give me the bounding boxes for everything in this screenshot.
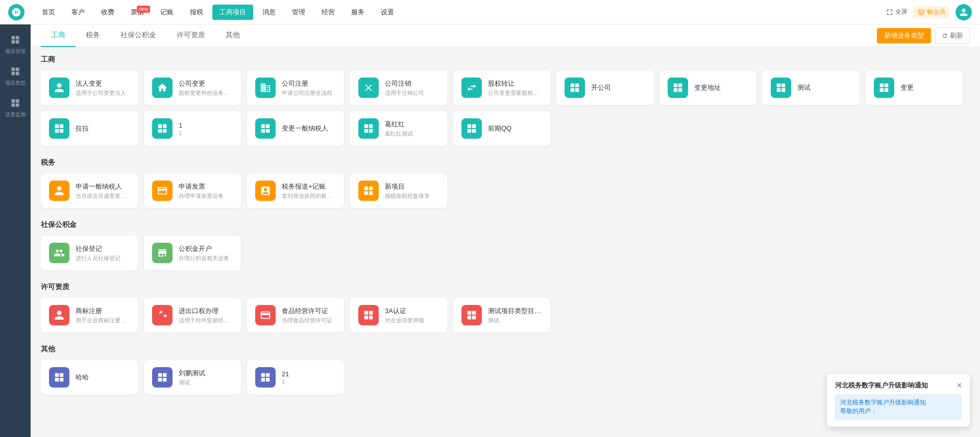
card-title-food-license: 食品经营许可证: [282, 306, 336, 316]
card-front-qq[interactable]: 前期QQ: [453, 111, 550, 146]
card-liupeng-test[interactable]: 刘鹏测试测试: [144, 360, 241, 395]
nav-item-management[interactable]: 管理: [285, 5, 312, 20]
card-tax-report[interactable]: 税务报道+记账拿到营业执照的新公司: [247, 173, 344, 208]
sidebar-item-project-manage[interactable]: 项目管理: [0, 29, 31, 60]
nav-item-customer[interactable]: 客户: [64, 5, 92, 20]
avatar[interactable]: [955, 4, 972, 20]
card-test-type[interactable]: 测试项目类型目定义测试: [453, 298, 550, 332]
card-3a-cert[interactable]: 3A认证对企业信誉评级: [350, 298, 447, 332]
card-apply-invoice[interactable]: 申请发票办理申请发票业务: [144, 173, 241, 208]
card-content-company-change: 公司变更股权变更外的业务变更: [179, 79, 233, 97]
card-content-liupeng-test: 刘鹏测试测试: [179, 369, 233, 387]
card-legal-change[interactable]: 法人变更适用于公司变更法人: [41, 70, 138, 105]
card-test[interactable]: 测试: [763, 70, 860, 105]
card-lala[interactable]: 拉拉: [41, 111, 138, 146]
sub-tab-other[interactable]: 其他: [215, 24, 250, 47]
card-content-import-export: 进出口权办理适用于对外贸易经营者: [179, 306, 233, 324]
notification-popup: 河北税务数字账户升级影响通知 × 河北税务数字账户升级影响通知 尊敬的用户：: [827, 374, 970, 427]
nav-item-fee[interactable]: 收费: [94, 5, 121, 20]
cards-grid-license: 商标注册用于企业商标注册服务进出口权办理适用于对外贸易经营者食品经营许可证办理食…: [41, 298, 970, 332]
card-icon-trademark: [49, 305, 69, 325]
card-social-register[interactable]: 社保登记进行人员社保登记: [41, 236, 138, 270]
card-desc-new-project: 报税加税控盘保管: [385, 192, 439, 200]
card-change[interactable]: 变更: [866, 70, 963, 105]
card-icon-new-project: [358, 181, 379, 201]
card-title-company-register: 公司注册: [282, 79, 336, 88]
card-icon-num21: [255, 367, 276, 388]
card-company-register[interactable]: 公司注册申请公司注册全流程: [247, 70, 344, 105]
nav-item-ticket[interactable]: 票据new: [124, 5, 151, 20]
add-type-button[interactable]: 新增业务类型: [877, 28, 931, 43]
member-button[interactable]: 畅会员: [914, 6, 949, 18]
fullscreen-label: 全屏: [895, 8, 908, 16]
card-haha[interactable]: 哈哈: [41, 360, 138, 395]
refresh-button[interactable]: 刷新: [935, 28, 970, 44]
sub-tab-industry[interactable]: 工商: [41, 24, 76, 47]
nav-item-service[interactable]: 服务: [344, 5, 372, 20]
sub-tab-license[interactable]: 许可资质: [166, 24, 215, 47]
card-company-change[interactable]: 公司变更股权变更外的业务变更: [144, 70, 241, 105]
nav-item-operation[interactable]: 经营: [314, 5, 342, 20]
card-title-legal-change: 法人变更: [76, 79, 130, 88]
card-title-fund-account: 公积金开户: [179, 244, 233, 253]
card-desc-3a-cert: 对企业信誉评级: [385, 317, 439, 324]
card-title-lala: 拉拉: [76, 124, 130, 133]
nav-items: 首页客户收费票据new记账报税工商项目消息管理经营服务设置: [35, 5, 886, 20]
badge-new: new: [137, 6, 150, 13]
card-change-address[interactable]: 变更地址: [659, 70, 756, 105]
card-change-tax[interactable]: 变更一般纳税人: [247, 111, 344, 146]
card-content-food-license: 食品经营许可证办理食品经营许可证: [282, 306, 336, 324]
card-num21[interactable]: 211: [247, 360, 344, 395]
card-import-export[interactable]: 进出口权办理适用于对外贸易经营者: [144, 298, 241, 332]
notif-title: 河北税务数字账户升级影响通知: [835, 381, 928, 390]
card-desc-equity-transfer: 公司变更需要股权转让: [488, 89, 542, 97]
sidebar-item-project-type[interactable]: 项目类型: [0, 60, 31, 92]
nav-item-industry[interactable]: 工商项目: [212, 5, 253, 20]
nav-item-settings[interactable]: 设置: [374, 5, 401, 20]
card-desc-apply-invoice: 办理申请发票业务: [179, 192, 233, 200]
card-content-3a-cert: 3A认证对企业信誉评级: [385, 306, 439, 324]
card-content-apply-invoice: 申请发票办理申请发票业务: [179, 182, 233, 200]
card-title-mohonghong: 葛红红: [385, 120, 439, 129]
sidebar-item-progress-monitor[interactable]: 进度监测: [0, 92, 31, 123]
card-title-test: 测试: [797, 83, 851, 92]
card-desc-liupeng-test: 测试: [179, 379, 233, 387]
card-fund-account[interactable]: 公积金开户办理公积金相关业务: [144, 236, 241, 270]
card-food-license[interactable]: 食品经营许可证办理食品经营许可证: [247, 298, 344, 332]
card-content-trademark: 商标注册用于企业商标注册服务: [76, 306, 130, 324]
card-icon-mohonghong: [358, 118, 379, 139]
card-new-project[interactable]: 新项目报税加税控盘保管: [350, 173, 447, 208]
card-title-social-register: 社保登记: [76, 244, 130, 253]
card-apply-tax[interactable]: 申请一般纳税人当月或次月成变更完成: [41, 173, 138, 208]
nav-item-message[interactable]: 消息: [255, 5, 283, 20]
sub-tab-tax[interactable]: 税务: [76, 24, 110, 47]
sidebar: 项目管理项目类型进度监测: [0, 24, 31, 437]
card-mohonghong[interactable]: 葛红红葛红红测试: [350, 111, 447, 146]
card-icon-lala: [49, 118, 69, 139]
logo[interactable]: [8, 4, 24, 20]
card-icon-num1: [152, 118, 173, 139]
card-open-company[interactable]: 开公司: [556, 70, 653, 105]
notif-close-button[interactable]: ×: [957, 381, 962, 390]
sidebar-item-label-progress-monitor: 进度监测: [5, 111, 26, 118]
card-content-apply-tax: 申请一般纳税人当月或次月成变更完成: [76, 182, 130, 200]
nav-item-home[interactable]: 首页: [35, 5, 62, 20]
card-title-tax-report: 税务报道+记账: [282, 182, 336, 191]
card-content-mohonghong: 葛红红葛红红测试: [385, 120, 439, 138]
card-equity-transfer[interactable]: 股权转让公司变更需要股权转让: [453, 70, 550, 105]
nav-item-bookkeeping[interactable]: 记账: [153, 5, 181, 20]
notif-title-line: 河北税务数字账户升级影响通知: [840, 398, 957, 407]
sub-tab-social[interactable]: 社保公积金: [110, 24, 166, 47]
card-desc-social-register: 进行人员社保登记: [76, 254, 130, 262]
card-title-front-qq: 前期QQ: [488, 124, 542, 133]
fullscreen-button[interactable]: 全屏: [886, 8, 908, 16]
card-title-apply-tax: 申请一般纳税人: [76, 182, 130, 191]
card-trademark[interactable]: 商标注册用于企业商标注册服务: [41, 298, 138, 332]
card-company-cancel[interactable]: 公司注销适用于注销公司: [350, 70, 447, 105]
card-num1[interactable]: 11: [144, 111, 241, 146]
card-content-test-type: 测试项目类型目定义测试: [488, 306, 542, 324]
nav-item-tax[interactable]: 报税: [183, 5, 210, 20]
section-title-license: 许可资质: [41, 282, 970, 292]
card-title-import-export: 进出口权办理: [179, 306, 233, 316]
card-desc-num21: 1: [282, 379, 336, 385]
